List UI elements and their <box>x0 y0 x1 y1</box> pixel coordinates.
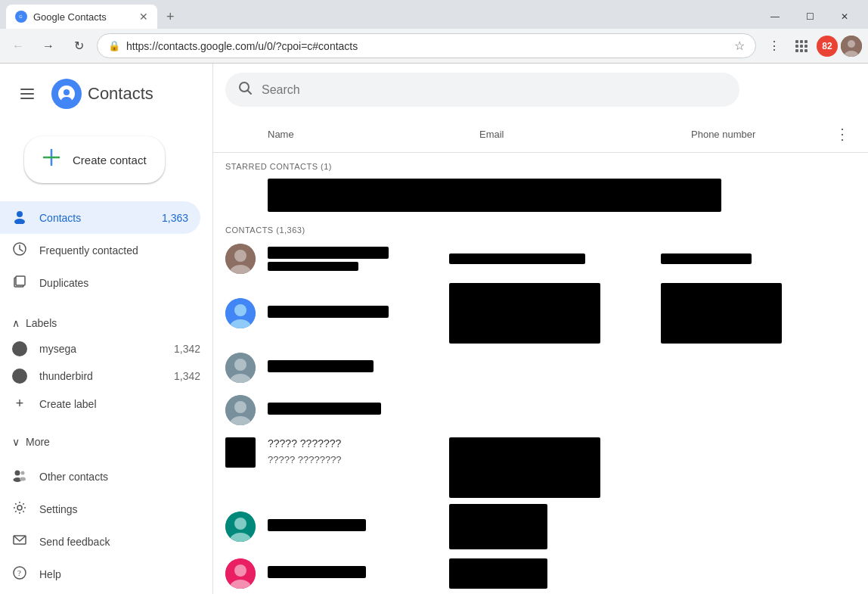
more-options-button[interactable]: ⋮ <box>829 122 856 146</box>
label-count-mysega: 1,342 <box>174 343 200 355</box>
address-bar[interactable]: 🔒 https://contacts.google.com/u/0/?cpoi=… <box>97 33 756 58</box>
sidebar-item-send-feedback[interactable]: Send feedback <box>0 525 212 558</box>
label-dot-mysega <box>12 341 27 356</box>
toolbar-icons: ⋮ 82 <box>762 34 862 58</box>
sidebar-item-other-contacts[interactable]: Other contacts <box>0 460 212 493</box>
svg-rect-8 <box>795 49 798 52</box>
contact-name-col <box>268 360 449 375</box>
maximize-button[interactable]: ☐ <box>792 5 827 29</box>
bookmark-icon[interactable]: ☆ <box>734 39 745 53</box>
svg-rect-15 <box>20 93 34 95</box>
notifications-button[interactable]: 82 <box>817 36 838 57</box>
contact-name-col: ????? ??????? ????? ???????? <box>268 437 449 465</box>
create-label-text: Create label <box>39 398 97 410</box>
phone-redacted <box>661 283 782 344</box>
table-row[interactable] <box>213 389 868 431</box>
settings-icon <box>12 500 27 518</box>
collapse-icon: ∧ <box>12 317 20 329</box>
sidebar-item-duplicates[interactable]: Duplicates <box>0 266 200 299</box>
new-tab-button[interactable]: + <box>160 5 181 29</box>
svg-point-53 <box>234 564 246 577</box>
contact-name-col <box>268 306 449 321</box>
main-content: Name Email Phone number ⋮ STARRED CONTAC… <box>213 64 868 594</box>
minimize-button[interactable]: — <box>758 5 792 29</box>
forward-button[interactable]: → <box>36 34 60 58</box>
svg-point-35 <box>240 82 249 92</box>
close-button[interactable]: ✕ <box>827 5 862 29</box>
app-name: Contacts <box>88 84 153 104</box>
svg-point-12 <box>848 40 855 48</box>
contact-email-col <box>449 504 661 549</box>
search-bar[interactable] <box>225 73 739 107</box>
create-label-button[interactable]: + Create label <box>0 390 212 418</box>
sidebar-item-help[interactable]: ? Help <box>0 558 212 590</box>
apps-grid-button[interactable] <box>789 34 814 58</box>
phone-redacted <box>661 253 752 264</box>
starred-section-label: STARRED CONTACTS (1) <box>213 153 868 174</box>
extensions-button[interactable]: ⋮ <box>762 34 786 58</box>
back-button[interactable]: ← <box>6 34 30 58</box>
more-section-header[interactable]: ∨ More <box>0 430 212 454</box>
svg-rect-14 <box>20 89 34 90</box>
label-item-thunderbird[interactable]: thunderbird 1,342 <box>0 362 212 390</box>
search-input[interactable] <box>262 83 727 97</box>
svg-point-23 <box>14 219 25 224</box>
contacts-list: STARRED CONTACTS (1) CONTACTS (1,363) <box>213 153 868 594</box>
table-row[interactable]: ????? ??????? ????? ???????? <box>213 431 868 501</box>
labels-section-header[interactable]: ∧ Labels <box>0 311 212 335</box>
address-bar-row: ← → ↻ 🔒 https://contacts.google.com/u/0/… <box>0 29 868 63</box>
labels-section-title: Labels <box>26 317 57 329</box>
contacts-section-label: CONTACTS (1,363) <box>213 216 868 238</box>
svg-point-47 <box>234 401 246 413</box>
svg-rect-26 <box>16 276 25 285</box>
svg-point-27 <box>15 471 20 476</box>
label-item-mysega[interactable]: mysega 1,342 <box>0 335 212 362</box>
contact-avatar <box>225 395 256 425</box>
contact-avatar <box>225 512 256 542</box>
create-contact-label: Create contact <box>73 154 147 166</box>
profile-avatar[interactable] <box>841 36 862 57</box>
sidebar-item-frequently-contacted[interactable]: Frequently contacted <box>0 234 200 266</box>
sidebar-item-contacts[interactable]: Contacts 1,363 <box>0 201 200 234</box>
contact-avatar <box>225 298 256 328</box>
contact-sub-text: ????? ???????? <box>268 454 449 465</box>
sidebar-bottom: Other contacts Settings Send feedback ? … <box>0 454 212 594</box>
browser-tab[interactable]: G Google Contacts ✕ <box>6 5 157 29</box>
col-header-name: Name <box>268 129 479 140</box>
table-row[interactable] <box>213 174 868 216</box>
table-row[interactable] <box>213 347 868 389</box>
table-row[interactable] <box>213 280 868 347</box>
tab-close-button[interactable]: ✕ <box>139 11 148 23</box>
email-redacted <box>449 437 600 498</box>
sidebar-item-settings[interactable]: Settings <box>0 493 212 525</box>
frequently-icon <box>12 241 27 259</box>
lock-icon: 🔒 <box>108 40 120 51</box>
hamburger-button[interactable] <box>12 79 42 109</box>
name-redacted <box>268 519 366 531</box>
email-redacted <box>449 283 600 344</box>
svg-point-50 <box>234 518 246 530</box>
help-label: Help <box>39 568 61 580</box>
table-row[interactable] <box>213 501 868 552</box>
name-redacted <box>268 306 389 318</box>
svg-rect-5 <box>795 45 798 48</box>
expand-icon: ∨ <box>12 436 20 448</box>
contact-name-col <box>268 519 449 534</box>
table-row[interactable] <box>213 238 868 280</box>
app-logo: Contacts <box>51 79 153 109</box>
sidebar-item-switch-to-old[interactable]: Switch to old version <box>0 590 212 594</box>
contact-email-col <box>449 437 661 498</box>
svg-point-29 <box>21 471 25 475</box>
starred-contact-redacted <box>268 179 721 212</box>
create-contact-button[interactable]: Create contact <box>24 136 165 183</box>
main-nav: Contacts 1,363 Frequently contacted Dupl… <box>0 201 212 299</box>
svg-rect-3 <box>800 40 803 43</box>
other-contacts-label: Other contacts <box>39 471 108 483</box>
svg-point-22 <box>17 211 23 217</box>
tab-favicon: G <box>15 11 27 23</box>
name-redacted <box>268 360 374 372</box>
reload-button[interactable]: ↻ <box>67 34 91 58</box>
contacts-icon <box>12 209 27 226</box>
table-row[interactable] <box>213 552 868 594</box>
svg-point-18 <box>64 89 70 95</box>
